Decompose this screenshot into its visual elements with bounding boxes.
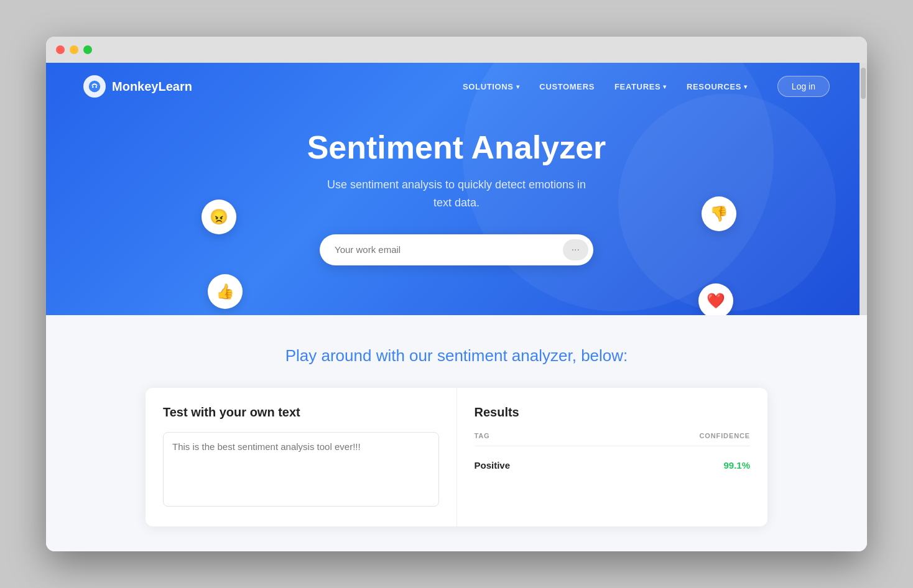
nav-resources[interactable]: RESOURCES ▾: [687, 82, 748, 91]
demo-container: Test with your own text Results TAG CONF…: [146, 388, 767, 526]
hero-subtitle: Use sentiment analysis to quickly detect…: [326, 176, 587, 212]
traffic-light-minimize[interactable]: [70, 45, 78, 54]
traffic-light-fullscreen[interactable]: [83, 45, 92, 54]
chevron-down-icon: ▾: [516, 83, 520, 90]
hero-title: Sentiment Analyzer: [83, 129, 830, 166]
chevron-down-icon-3: ▾: [744, 83, 748, 90]
nav-solutions[interactable]: SOLUTIONS ▾: [463, 82, 519, 91]
chevron-down-icon-2: ▾: [663, 83, 667, 90]
angry-emoji: 😠: [210, 208, 228, 226]
email-input[interactable]: [335, 244, 563, 255]
thumbsup-emoji: 👍: [216, 283, 234, 300]
lower-section: Play around with our sentiment analyzer,…: [46, 315, 867, 551]
nav-customers[interactable]: CUSTOMERS: [539, 82, 595, 91]
demo-textarea[interactable]: [163, 432, 439, 507]
thumbsdown-emoji: 👎: [710, 205, 728, 223]
nav-links: SOLUTIONS ▾ CUSTOMERS FEATURES ▾ RESOURC…: [463, 76, 830, 97]
float-icon-heart: ❤️: [698, 283, 733, 315]
heart-emoji: ❤️: [707, 292, 725, 310]
demo-left-panel: Test with your own text: [146, 388, 457, 526]
float-icon-angry: 😠: [202, 200, 236, 234]
section-title: Play around with our sentiment analyzer,…: [83, 346, 830, 365]
demo-left-title: Test with your own text: [163, 405, 439, 420]
demo-right-panel: Results TAG CONFIDENCE Positive 99.1%: [457, 388, 768, 526]
results-header: TAG CONFIDENCE: [475, 432, 751, 446]
demo-right-title: Results: [475, 405, 751, 420]
logo[interactable]: MonkeyLearn: [83, 75, 463, 98]
email-submit-button[interactable]: ···: [563, 239, 588, 260]
logo-icon: [83, 75, 106, 98]
svg-point-0: [89, 81, 100, 92]
svg-point-2: [95, 86, 97, 88]
results-table: TAG CONFIDENCE Positive 99.1%: [475, 432, 751, 475]
result-tag: Positive: [475, 460, 511, 471]
hero-content: Sentiment Analyzer Use sentiment analysi…: [46, 110, 867, 278]
table-row: Positive 99.1%: [475, 455, 751, 475]
hero-section: MonkeyLearn SOLUTIONS ▾ CUSTOMERS FEATUR…: [46, 63, 867, 315]
navbar: MonkeyLearn SOLUTIONS ▾ CUSTOMERS FEATUR…: [46, 63, 867, 110]
browser-chrome: [46, 37, 867, 63]
login-button[interactable]: Log in: [777, 76, 830, 97]
submit-icon: ···: [572, 244, 580, 255]
result-confidence: 99.1%: [723, 460, 750, 471]
float-icon-thumbsdown: 👎: [702, 196, 736, 231]
nav-features[interactable]: FEATURES ▾: [614, 82, 667, 91]
col-tag-label: TAG: [475, 432, 490, 439]
logo-text: MonkeyLearn: [112, 80, 192, 94]
browser-window: MonkeyLearn SOLUTIONS ▾ CUSTOMERS FEATUR…: [46, 37, 867, 551]
float-icon-thumbsup: 👍: [208, 274, 243, 309]
col-confidence-label: CONFIDENCE: [699, 432, 750, 439]
svg-point-1: [92, 86, 94, 88]
traffic-light-close[interactable]: [56, 45, 65, 54]
email-form: ···: [320, 234, 593, 265]
